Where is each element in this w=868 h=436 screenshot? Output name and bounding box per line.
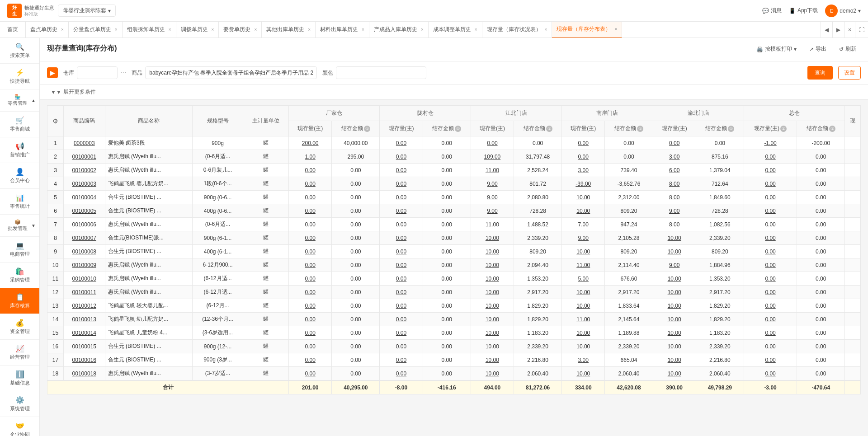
expand-more-btn[interactable]: ▼▼ 展开更多条件	[47, 86, 861, 98]
row-longcun-qty[interactable]: 0.00	[380, 164, 423, 177]
sidebar-item-nav[interactable]: ⚡ 快捷导航	[0, 64, 39, 89]
row-nanan-qty[interactable]: 3.00	[562, 353, 605, 367]
row-total-qty[interactable]: 0.00	[744, 258, 797, 272]
tab-close-yaohuo[interactable]: ×	[254, 27, 257, 32]
row-jiangbei-qty[interactable]: 10.00	[471, 299, 514, 313]
tab-diaob[interactable]: 调拨单历史 ×	[176, 22, 219, 38]
row-nanan-qty[interactable]: 3.00	[562, 164, 605, 177]
tab-xiancun-status[interactable]: 现存量（库存状况表） ×	[482, 22, 552, 38]
row-total-qty[interactable]: 0.00	[744, 191, 797, 204]
row-jiangbei-qty[interactable]: 9.00	[471, 177, 514, 191]
row-changjiacao-qty[interactable]: 0.00	[289, 204, 332, 218]
row-longcun-qty[interactable]: 0.00	[380, 272, 423, 286]
row-nanan-qty[interactable]: 11.00	[562, 258, 605, 272]
row-yubei-qty[interactable]: 10.00	[653, 326, 696, 340]
warehouse-input[interactable]	[77, 66, 118, 79]
row-longcun-qty[interactable]: 0.00	[380, 286, 423, 299]
query-button[interactable]: 查询	[807, 66, 833, 80]
tab-chengbentiao[interactable]: 成本调整单历史 ×	[429, 22, 482, 38]
tab-chengpin[interactable]: 产成品入库单历史 ×	[369, 22, 429, 38]
message-button[interactable]: 💬 消息	[762, 7, 782, 14]
row-code[interactable]: 00100015	[64, 340, 105, 353]
sidebar-item-base[interactable]: ℹ️ 基础信息	[0, 366, 39, 391]
row-jiangbei-qty[interactable]: 10.00	[471, 286, 514, 299]
row-code[interactable]: 00100011	[64, 286, 105, 299]
row-total-qty[interactable]: 0.00	[744, 286, 797, 299]
row-jiangbei-qty[interactable]: 0.00	[471, 136, 514, 150]
row-longcun-qty[interactable]: 0.00	[380, 313, 423, 326]
row-yubei-qty[interactable]: 10.00	[653, 313, 696, 326]
row-total-qty[interactable]: 0.00	[744, 367, 797, 381]
row-jiangbei-qty[interactable]: 10.00	[471, 353, 514, 367]
tab-close-xiancun-dist[interactable]: ×	[614, 27, 617, 32]
row-changjiacao-qty[interactable]: 0.00	[289, 367, 332, 381]
tab-close-chengpin[interactable]: ×	[421, 27, 424, 32]
app-download-button[interactable]: 📱 App下载	[789, 7, 818, 14]
row-total-qty[interactable]: 0.00	[744, 204, 797, 218]
row-nanan-qty[interactable]: 10.00	[562, 326, 605, 340]
row-nanan-qty[interactable]: 5.00	[562, 272, 605, 286]
row-yubei-qty[interactable]: 10.00	[653, 340, 696, 353]
user-menu[interactable]: E demo2 ▾	[825, 5, 861, 17]
row-total-qty[interactable]: 0.00	[744, 299, 797, 313]
tab-zuhe[interactable]: 组装拆卸单历史 ×	[123, 22, 176, 38]
row-longcun-qty[interactable]: 0.00	[380, 177, 423, 191]
row-code[interactable]: 00100012	[64, 299, 105, 313]
row-longcun-qty[interactable]: 0.00	[380, 353, 423, 367]
row-code[interactable]: 00100006	[64, 218, 105, 231]
row-jiangbei-qty[interactable]: 9.00	[471, 191, 514, 204]
row-code[interactable]: 00100005	[64, 204, 105, 218]
row-yubei-qty[interactable]: 8.00	[653, 191, 696, 204]
row-changjiacao-qty[interactable]: 0.00	[289, 299, 332, 313]
row-jiangbei-qty[interactable]: 11.00	[471, 218, 514, 231]
sidebar-item-retail[interactable]: 🏪 零售管理 ▲	[0, 89, 39, 112]
row-yubei-qty[interactable]: 3.00	[653, 150, 696, 164]
row-nanan-qty[interactable]: 11.00	[562, 313, 605, 326]
sidebar-item-system[interactable]: ⚙️ 系统管理	[0, 391, 39, 417]
tab-cailiaoch[interactable]: 材料出库单历史 ×	[316, 22, 369, 38]
row-yubei-qty[interactable]: 9.00	[653, 204, 696, 218]
row-code[interactable]: 00100010	[64, 272, 105, 286]
row-code[interactable]: 00100018	[64, 367, 105, 381]
tab-xiancun-dist[interactable]: 现存量（库存分布表） ×	[552, 22, 622, 38]
tab-close-chengbentiao[interactable]: ×	[475, 27, 477, 32]
row-nanan-qty[interactable]: 10.00	[562, 204, 605, 218]
print-button[interactable]: 🖨️ 按模板打印 ▾	[752, 43, 801, 55]
sidebar-item-marketing[interactable]: 📢 营销推广	[0, 137, 39, 163]
tab-close-qitachu[interactable]: ×	[308, 27, 311, 32]
row-code[interactable]: 00100016	[64, 353, 105, 367]
tab-next-btn[interactable]: ▶	[832, 22, 844, 38]
row-yubei-qty[interactable]: 10.00	[653, 272, 696, 286]
row-code[interactable]: 00100014	[64, 326, 105, 340]
row-jiangbei-qty[interactable]: 9.00	[471, 204, 514, 218]
tab-home[interactable]: 首页	[0, 22, 26, 38]
row-total-qty[interactable]: 0.00	[744, 177, 797, 191]
row-changjiacao-qty[interactable]: 0.00	[289, 177, 332, 191]
refresh-button[interactable]: ↺ 刷新	[835, 43, 861, 55]
row-yubei-qty[interactable]: 10.00	[653, 353, 696, 367]
row-jiangbei-qty[interactable]: 10.00	[471, 340, 514, 353]
sidebar-item-inventory[interactable]: 📋 库存核算	[0, 288, 39, 314]
row-total-qty[interactable]: -1.00	[744, 136, 797, 150]
row-longcun-qty[interactable]: 0.00	[380, 258, 423, 272]
row-yubei-qty[interactable]: 10.00	[653, 231, 696, 245]
row-yubei-qty[interactable]: 10.00	[653, 299, 696, 313]
row-code[interactable]: 0000003	[64, 136, 105, 150]
sidebar-item-mall[interactable]: 🛒 零售商城	[0, 112, 39, 137]
row-total-qty[interactable]: 0.00	[744, 313, 797, 326]
row-total-qty[interactable]: 0.00	[744, 340, 797, 353]
row-nanan-qty[interactable]: 7.00	[562, 218, 605, 231]
search-toggle-btn[interactable]: ▶	[47, 67, 58, 78]
sidebar-item-stats[interactable]: 📊 零售统计	[0, 189, 39, 215]
row-jiangbei-qty[interactable]: 109.00	[471, 150, 514, 164]
row-nanan-qty[interactable]: -39.00	[562, 177, 605, 191]
row-changjiacao-qty[interactable]: 200.00	[289, 136, 332, 150]
row-changjiacao-qty[interactable]: 0.00	[289, 340, 332, 353]
row-total-qty[interactable]: 0.00	[744, 150, 797, 164]
industry-select[interactable]: 母婴行业演示陈套 ▾	[58, 5, 116, 17]
row-code[interactable]: 00100007	[64, 231, 105, 245]
row-nanan-qty[interactable]: 10.00	[562, 286, 605, 299]
row-total-qty[interactable]: 0.00	[744, 326, 797, 340]
row-yubei-qty[interactable]: 6.00	[653, 164, 696, 177]
color-input[interactable]	[336, 66, 426, 79]
